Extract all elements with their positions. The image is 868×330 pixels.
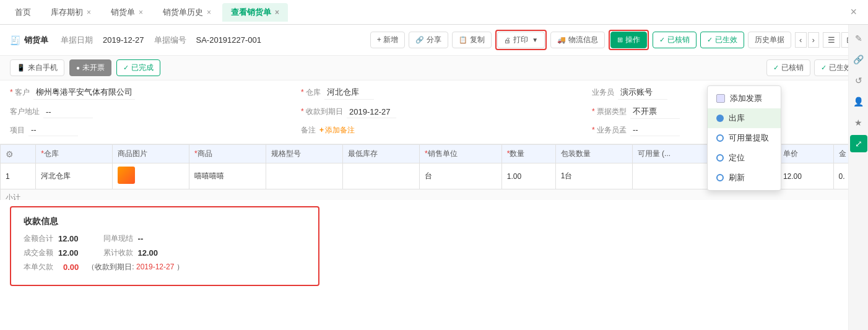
list-view-button[interactable]: ☰ bbox=[823, 32, 840, 48]
address-value: -- bbox=[43, 106, 93, 118]
salesperson-value: -- bbox=[630, 124, 680, 136]
add-memo-button[interactable]: + 添加备注 bbox=[319, 125, 355, 136]
print-button[interactable]: 🖨 打印 ▼ bbox=[497, 32, 545, 48]
outbound-label: 出库 bbox=[729, 113, 745, 124]
number-label: 单据编号 bbox=[154, 35, 186, 46]
tab-home[interactable]: 首页 bbox=[6, 3, 40, 22]
col-spec: 规格型号 bbox=[266, 145, 343, 163]
tab-sales-history-close[interactable]: × bbox=[207, 8, 211, 17]
due-label: 本单欠款 bbox=[24, 262, 53, 272]
tab-inventory-init-label: 库存期初 bbox=[51, 7, 83, 18]
share-button[interactable]: 🔗 分享 bbox=[409, 32, 448, 48]
tab-view-sales-close[interactable]: × bbox=[275, 8, 279, 17]
due-date: 2019-12-27 bbox=[136, 263, 174, 271]
memo-label: 备注 bbox=[301, 125, 316, 136]
col-sales-unit: *销售单位 bbox=[419, 145, 501, 163]
tab-sales-order[interactable]: 销货单 × bbox=[102, 3, 152, 22]
row-pack-qty: 1台 bbox=[555, 163, 632, 189]
salesperson-label: 业务员孟 bbox=[592, 125, 627, 136]
window-close-button[interactable]: × bbox=[845, 3, 862, 21]
quantity-pick-menu-item[interactable]: 可用量提取 bbox=[708, 128, 781, 148]
col-gear: ⚙ bbox=[1, 145, 36, 163]
total-amount-value: 12.00 bbox=[58, 234, 79, 243]
payment-row-1: 金额合计 12.00 同单现结 -- bbox=[24, 233, 306, 244]
doc-header: 🧾 销货单 单据日期 2019-12-27 单据编号 SA-20191227-0… bbox=[0, 25, 868, 56]
add-invoice-menu-item[interactable]: 添加发票 bbox=[708, 89, 781, 108]
sidebar-edit-button[interactable]: ✎ bbox=[850, 30, 867, 47]
add-invoice-icon bbox=[716, 94, 725, 103]
warehouse-label: 仓库 bbox=[301, 87, 321, 98]
ticket-label: 票据类型 bbox=[592, 106, 627, 117]
project-label: 项目 bbox=[10, 125, 25, 136]
col-quantity: *数量 bbox=[501, 145, 555, 163]
secondary-toolbar: 📱 来自手机 ● 未开票 ✓ 已完成 ✓ 已核销 ✓ 已生效 bbox=[0, 56, 868, 80]
tab-sales-order-close[interactable]: × bbox=[139, 8, 143, 17]
outbound-menu-item[interactable]: 出库 bbox=[708, 108, 781, 128]
row-spec bbox=[266, 163, 343, 189]
unopened-button[interactable]: ● 未开票 bbox=[69, 59, 111, 76]
toolbar: + 新增 🔗 分享 📋 复制 🖨 打印 ▼ bbox=[370, 30, 858, 50]
tab-view-sales[interactable]: 查看销货单 × bbox=[222, 3, 288, 22]
history-button[interactable]: 历史单据 bbox=[748, 32, 791, 48]
print-button-wrap: 🖨 打印 ▼ bbox=[495, 30, 547, 50]
row-sales-unit: 台 bbox=[419, 163, 501, 189]
customer-label: 客户 bbox=[10, 87, 30, 98]
locate-icon bbox=[716, 154, 724, 162]
col-product-img: 商品图片 bbox=[113, 145, 189, 163]
product-thumbnail bbox=[118, 167, 135, 184]
row-quantity: 1.00 bbox=[501, 163, 555, 189]
col-available: 可用量 (... bbox=[632, 145, 715, 163]
add-button[interactable]: + 新增 bbox=[370, 32, 405, 48]
customer-value: 柳州粤港平安气体有限公司 bbox=[33, 85, 135, 100]
tab-sales-order-label: 销货单 bbox=[111, 7, 135, 18]
payment-row-3: 本单欠款 0.00 （收款到期日: 2019-12-27 ） bbox=[24, 262, 306, 272]
due-date-value: 2019-12-27 bbox=[347, 106, 396, 118]
operation-button[interactable]: ⊞ 操作 bbox=[610, 32, 647, 48]
col-min-stock: 最低库存 bbox=[342, 145, 419, 163]
sold-status-button[interactable]: ✓ 已核销 bbox=[766, 59, 810, 76]
next-doc-button[interactable]: › bbox=[808, 32, 819, 48]
total-amount-item: 金额合计 12.00 bbox=[24, 233, 79, 244]
doc-title: 销货单 bbox=[24, 35, 48, 46]
row-available bbox=[632, 163, 715, 189]
gear-icon[interactable]: ⚙ bbox=[6, 149, 14, 159]
tab-inventory-init[interactable]: 库存期初 × bbox=[42, 3, 100, 22]
transaction-value: 12.00 bbox=[58, 248, 79, 258]
subtotal-label: 小计 bbox=[1, 189, 868, 201]
staff-value: 演示账号 bbox=[618, 85, 667, 100]
sidebar-expand-button[interactable]: ⤢ bbox=[850, 135, 867, 152]
warehouse-group: 仓库 河北仓库 bbox=[301, 85, 567, 100]
sidebar-link-button[interactable]: 🔗 bbox=[850, 51, 867, 68]
logistics-button[interactable]: 🚚 物流信息 bbox=[550, 32, 605, 48]
tab-inventory-init-close[interactable]: × bbox=[87, 8, 91, 17]
col-warehouse: *仓库 bbox=[36, 145, 113, 163]
due-value: 0.00 bbox=[63, 263, 79, 272]
col-unit-price: 单价 bbox=[778, 145, 833, 163]
cumulative-label: 累计收款 bbox=[103, 248, 133, 258]
quantity-pick-label: 可用量提取 bbox=[729, 132, 769, 144]
check-button[interactable]: ✓ 已完成 bbox=[116, 59, 160, 76]
sidebar-refresh-button[interactable]: ↺ bbox=[850, 72, 867, 89]
number-value: SA-20191227-001 bbox=[196, 35, 262, 45]
copy-button[interactable]: 📋 复制 bbox=[452, 32, 492, 48]
mobile-button[interactable]: 📱 来自手机 bbox=[10, 59, 64, 76]
refresh-icon bbox=[716, 174, 724, 181]
row-product: 嘻嘻嘻嘻 bbox=[189, 163, 266, 189]
project-value: -- bbox=[28, 124, 78, 136]
locate-menu-item[interactable]: 定位 bbox=[708, 148, 781, 168]
tab-sales-history[interactable]: 销货单历史 × bbox=[154, 3, 220, 22]
effect-button[interactable]: ✓ 已生效 bbox=[700, 32, 744, 48]
add-memo-label: 添加备注 bbox=[325, 125, 355, 136]
prev-doc-button[interactable]: ‹ bbox=[795, 32, 806, 48]
sidebar-star-button[interactable]: ★ bbox=[850, 114, 867, 131]
payment-row-2: 成交金额 12.00 累计收款 12.00 bbox=[24, 248, 306, 258]
sold-button[interactable]: ✓ 已核销 bbox=[653, 32, 697, 48]
settlement-value: -- bbox=[138, 234, 144, 243]
customer-group: 客户 柳州粤港平安气体有限公司 bbox=[10, 85, 276, 100]
col-product: *商品 bbox=[189, 145, 266, 163]
sidebar-user-button[interactable]: 👤 bbox=[850, 93, 867, 110]
address-label: 客户地址 bbox=[10, 106, 40, 117]
main-content: 🧾 销货单 单据日期 2019-12-27 单据编号 SA-20191227-0… bbox=[0, 25, 868, 330]
operation-dropdown: 添加发票 出库 可用量提取 定位 刷新 bbox=[707, 85, 781, 191]
refresh-menu-item[interactable]: 刷新 bbox=[708, 168, 781, 188]
